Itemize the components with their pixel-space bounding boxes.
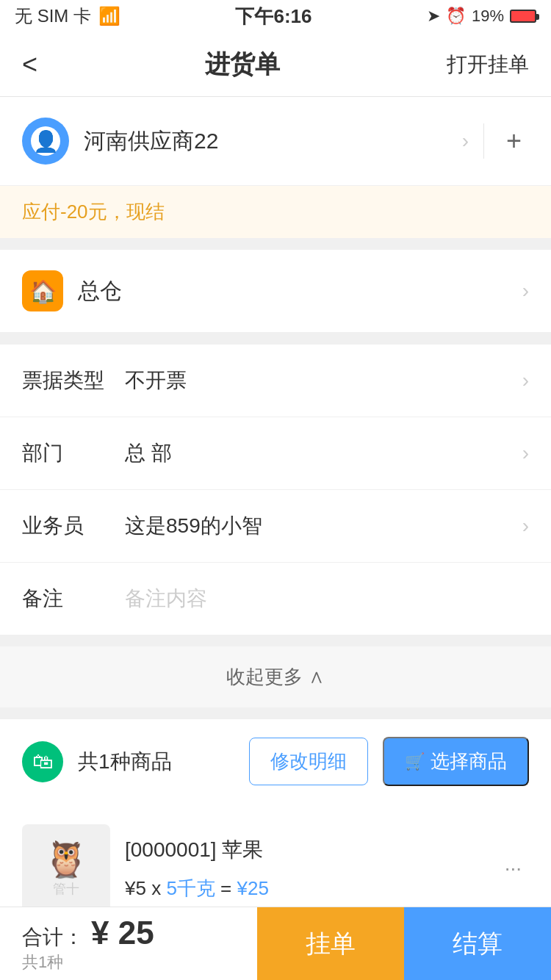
salesperson-chevron-icon: ›: [522, 514, 529, 538]
bottom-bar: 合计： ¥ 25 共1种 挂单 结算: [0, 907, 551, 980]
wifi-icon: 📶: [98, 6, 120, 26]
location-icon: ➤: [427, 7, 440, 26]
invoice-chevron-icon: ›: [522, 369, 529, 392]
battery-icon: [510, 10, 536, 23]
alarm-icon: ⏰: [446, 7, 466, 26]
shop-icon: 🛍: [32, 749, 53, 774]
salesperson-label: 业务员: [22, 512, 110, 540]
supplier-section: 👤 河南供应商22 › +: [0, 97, 551, 186]
warehouse-icon: 🏠: [29, 278, 57, 304]
more-button[interactable]: ···: [497, 849, 529, 887]
unit-price: ¥5 x: [125, 877, 166, 899]
status-left: 无 SIM 卡 📶: [15, 4, 120, 28]
page-title: 进货单: [205, 48, 280, 82]
add-supplier-button[interactable]: +: [499, 126, 529, 156]
open-suspend-button[interactable]: 打开挂单: [447, 51, 529, 79]
supplier-info-banner: 应付-20元，现结: [0, 186, 551, 238]
back-button[interactable]: <: [22, 49, 37, 80]
owl-logo: 🦉 管十: [44, 839, 88, 898]
salesperson-row[interactable]: 业务员 这是859的小智 ›: [0, 490, 551, 563]
warehouse-label: 总仓: [78, 276, 515, 306]
total-row: 合计： ¥ 25: [22, 915, 235, 951]
total-count-label: 共1种: [22, 951, 235, 973]
owl-text: 管十: [53, 880, 79, 898]
form-section: 票据类型 不开票 › 部门 总 部 › 业务员 这是859的小智 › 备注 备注…: [0, 345, 551, 635]
select-product-button[interactable]: 🛒 选择商品: [383, 737, 529, 786]
product-count-icon-bg: 🛍: [22, 741, 63, 782]
warehouse-section: 🏠 总仓 ›: [0, 250, 551, 333]
salesperson-value: 这是859的小智: [125, 512, 515, 540]
product-count-label: 共1种商品: [78, 748, 234, 776]
total-amount: ¥ 25: [91, 915, 154, 951]
product-name: [0000001] 苹果: [125, 836, 483, 864]
remark-value[interactable]: 备注内容: [125, 585, 529, 613]
department-label: 部门: [22, 439, 110, 467]
main-content: 👤 河南供应商22 › + 应付-20元，现结 🏠 总仓 › 票据类型 不开票 …: [0, 97, 551, 980]
battery-label: 19%: [472, 7, 504, 26]
remark-row[interactable]: 备注 备注内容: [0, 563, 551, 635]
products-header: 🛍 共1种商品 修改明细 🛒 选择商品: [0, 719, 551, 804]
status-right: ➤ ⏰ 19%: [427, 7, 536, 26]
invoice-type-row[interactable]: 票据类型 不开票 ›: [0, 345, 551, 417]
owl-icon: 🦉: [44, 839, 88, 880]
total-label: 合计：: [22, 923, 84, 951]
supplier-name: 河南供应商22: [84, 126, 455, 156]
remark-label: 备注: [22, 585, 110, 613]
invoice-type-value: 不开票: [125, 367, 515, 394]
quantity: 5千克: [166, 877, 215, 899]
product-price: ¥5 x 5千克 = ¥25: [125, 876, 483, 901]
time-label: 下午6:16: [235, 4, 311, 29]
warehouse-chevron-icon: ›: [522, 279, 529, 303]
select-product-label: 选择商品: [431, 749, 507, 774]
checkout-button[interactable]: 结算: [404, 907, 551, 981]
equals-sign: =: [220, 877, 237, 899]
suspend-button[interactable]: 挂单: [257, 907, 404, 981]
status-bar: 无 SIM 卡 📶 下午6:16 ➤ ⏰ 19%: [0, 0, 551, 32]
product-name-text: 苹果: [222, 838, 263, 861]
invoice-type-label: 票据类型: [22, 367, 110, 394]
avatar-inner: 👤: [31, 126, 60, 156]
product-id: [0000001]: [125, 838, 222, 861]
total-section: 合计： ¥ 25 共1种: [0, 915, 257, 973]
department-row[interactable]: 部门 总 部 ›: [0, 417, 551, 490]
collapse-bar[interactable]: 收起更多 ∧: [0, 646, 551, 707]
carrier-label: 无 SIM 卡: [15, 4, 91, 28]
warehouse-icon-bg: 🏠: [22, 270, 63, 311]
warehouse-row[interactable]: 🏠 总仓 ›: [0, 250, 551, 333]
supplier-avatar: 👤: [22, 118, 69, 165]
supplier-chevron-icon: ›: [462, 129, 469, 153]
cart-icon: 🛒: [405, 752, 425, 771]
product-thumbnail: 🦉 管十: [22, 824, 110, 912]
department-chevron-icon: ›: [522, 442, 529, 465]
vertical-divider: [483, 123, 484, 159]
supplier-row[interactable]: 👤 河南供应商22 › +: [0, 97, 551, 186]
nav-bar: < 进货单 打开挂单: [0, 32, 551, 97]
product-info: [0000001] 苹果 ¥5 x 5千克 = ¥25: [125, 836, 483, 901]
total-price: ¥25: [237, 877, 269, 899]
department-value: 总 部: [125, 439, 515, 467]
person-icon: 👤: [33, 129, 59, 154]
edit-detail-button[interactable]: 修改明细: [249, 738, 368, 785]
